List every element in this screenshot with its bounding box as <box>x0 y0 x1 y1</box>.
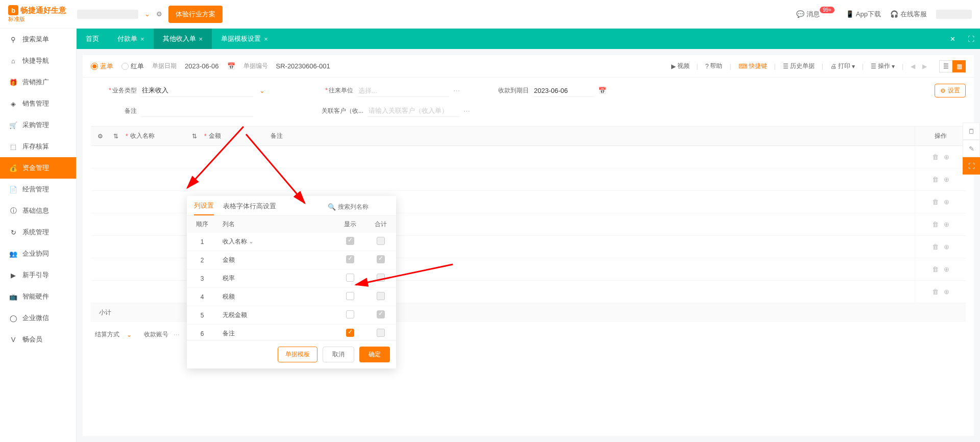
doc-template-button[interactable]: 单据模板 <box>278 347 317 362</box>
sidebar-item-doc[interactable]: 📄经营管理 <box>0 179 76 200</box>
delete-icon[interactable]: 🗑 <box>932 198 939 206</box>
sort-icon[interactable]: ⇅ <box>109 127 121 145</box>
popup-row[interactable]: 6 备注 <box>187 325 396 340</box>
popup-row[interactable]: 3 税率 <box>187 269 396 288</box>
popup-row[interactable]: 5 无税金额 <box>187 306 396 325</box>
sidebar-item-cart[interactable]: 🛒采购管理 <box>0 114 76 136</box>
partner-select[interactable] <box>357 85 449 97</box>
popup-tab-font[interactable]: 表格字体行高设置 <box>223 202 276 215</box>
tab-0[interactable]: 首页 <box>77 29 108 49</box>
blue-doc-radio[interactable]: 蓝单 <box>91 62 113 71</box>
sidebar-item-refresh[interactable]: ↻系统管理 <box>0 222 76 243</box>
rel-customer-input[interactable] <box>368 105 459 117</box>
sum-checkbox[interactable] <box>365 269 396 287</box>
settings-button[interactable]: ⚙ 设置 <box>935 84 966 97</box>
view-grid-button[interactable]: ▦ <box>952 60 966 72</box>
close-icon[interactable]: × <box>199 35 203 43</box>
popup-row[interactable]: 2 金额 <box>187 251 396 269</box>
sidebar-item-home[interactable]: ⌂快捷导航 <box>0 50 76 71</box>
shortcut-button[interactable]: ⌨ 快捷键 <box>739 62 767 70</box>
sidebar-item-device[interactable]: 📺智能硬件 <box>0 286 76 307</box>
calendar-icon[interactable]: 📅 <box>598 87 606 94</box>
fullscreen-button[interactable]: ⛶ <box>962 35 980 43</box>
help-button[interactable]: ? 帮助 <box>705 62 723 70</box>
doc-date-value[interactable]: 2023-06-06 <box>185 62 219 70</box>
sidebar-item-search[interactable]: ⚲搜索菜单 <box>0 29 76 50</box>
popup-tab-columns[interactable]: 列设置 <box>194 201 214 215</box>
tab-3[interactable]: 单据模板设置× <box>212 29 277 49</box>
close-icon[interactable]: × <box>140 35 144 43</box>
delete-icon[interactable]: 🗑 <box>932 243 939 251</box>
chevron-down-icon[interactable]: ⌄ <box>259 87 265 94</box>
float-note-button[interactable]: 🗒 <box>963 122 980 140</box>
more-icon[interactable]: ⋯ <box>453 87 460 94</box>
print-button[interactable]: 🖨 打印 ▾ <box>830 62 855 70</box>
due-date-input[interactable] <box>533 85 594 97</box>
show-checkbox[interactable] <box>335 233 365 251</box>
popup-search-input[interactable] <box>338 203 389 210</box>
next-button[interactable]: ▶ <box>922 63 927 70</box>
popup-row[interactable]: 1 收入名称 ⌄ <box>187 233 396 251</box>
tab-1[interactable]: 付款单× <box>108 29 154 49</box>
close-all-tabs-button[interactable]: ✕ <box>943 35 962 43</box>
copy-icon[interactable]: ⊕ <box>944 220 949 228</box>
copy-icon[interactable]: ⊕ <box>944 198 949 206</box>
cancel-button[interactable]: 取消 <box>323 347 354 362</box>
experience-button[interactable]: 体验行业方案 <box>168 6 223 23</box>
sidebar-item-gift[interactable]: 🎁营销推广 <box>0 71 76 93</box>
close-icon[interactable]: × <box>264 35 268 43</box>
table-row[interactable]: 🗑⊕ <box>91 146 966 168</box>
show-checkbox[interactable] <box>335 269 365 287</box>
operate-button[interactable]: ☰ 操作 ▾ <box>871 62 895 70</box>
sum-checkbox[interactable] <box>365 306 396 324</box>
video-button[interactable]: ▶ 视频 <box>671 62 690 70</box>
messages-button[interactable]: 💬消息99+ <box>796 10 837 19</box>
float-expand-button[interactable]: ⛶ <box>963 157 980 175</box>
sidebar-item-vip[interactable]: V畅会员 <box>0 329 76 350</box>
prev-button[interactable]: ◀ <box>911 63 915 70</box>
delete-icon[interactable]: 🗑 <box>932 176 939 183</box>
show-checkbox[interactable] <box>335 325 365 340</box>
more-icon[interactable]: ⋯ <box>174 331 180 338</box>
sum-checkbox[interactable] <box>365 251 396 269</box>
chevron-down-icon[interactable]: ⌄ <box>127 331 132 338</box>
popup-search[interactable]: 🔍 <box>328 203 389 214</box>
float-edit-button[interactable]: ✎ <box>963 140 980 157</box>
online-service-button[interactable]: 🎧在线客服 <box>890 10 927 19</box>
sum-checkbox[interactable] <box>365 288 396 306</box>
popup-row[interactable]: 4 税额 <box>187 288 396 306</box>
sidebar-item-wechat[interactable]: ◯企业微信 <box>0 307 76 329</box>
column-settings-button[interactable]: ⚙ <box>91 127 109 145</box>
sum-checkbox[interactable] <box>365 325 396 340</box>
sort-icon[interactable]: ⇅ <box>188 127 200 145</box>
calendar-icon[interactable]: 📅 <box>227 62 235 70</box>
copy-icon[interactable]: ⊕ <box>944 288 949 296</box>
delete-icon[interactable]: 🗑 <box>932 220 939 228</box>
chevron-down-icon[interactable]: ⌄ <box>144 10 150 18</box>
sidebar-item-money[interactable]: 💰资金管理 <box>0 157 76 179</box>
ok-button[interactable]: 确定 <box>359 347 390 362</box>
delete-icon[interactable]: 🗑 <box>932 288 939 296</box>
copy-icon[interactable]: ⊕ <box>944 153 949 161</box>
delete-icon[interactable]: 🗑 <box>932 265 939 273</box>
show-checkbox[interactable] <box>335 306 365 324</box>
tab-2[interactable]: 其他收入单× <box>154 29 212 49</box>
history-button[interactable]: ☰ 历史单据 <box>783 62 815 70</box>
sidebar-item-guide[interactable]: ▶新手引导 <box>0 264 76 286</box>
user-placeholder[interactable] <box>936 10 972 19</box>
table-row[interactable]: 🗑⊕ <box>91 168 966 191</box>
sum-checkbox[interactable] <box>365 233 396 251</box>
sidebar-item-box[interactable]: ⬚库存核算 <box>0 136 76 157</box>
gear-icon[interactable]: ⚙ <box>156 10 162 18</box>
sidebar-item-team[interactable]: 👥企业协同 <box>0 243 76 264</box>
view-list-button[interactable]: ☰ <box>939 60 952 72</box>
copy-icon[interactable]: ⊕ <box>944 243 949 251</box>
sidebar-item-info[interactable]: ⓘ基础信息 <box>0 200 76 222</box>
show-checkbox[interactable] <box>335 288 365 306</box>
more-icon[interactable]: ⋯ <box>463 107 470 115</box>
remark-input[interactable] <box>141 105 253 117</box>
red-doc-radio[interactable]: 红单 <box>121 62 144 71</box>
biz-type-select[interactable] <box>141 85 253 97</box>
show-checkbox[interactable] <box>335 251 365 269</box>
sidebar-item-tag[interactable]: ◈销售管理 <box>0 93 76 114</box>
